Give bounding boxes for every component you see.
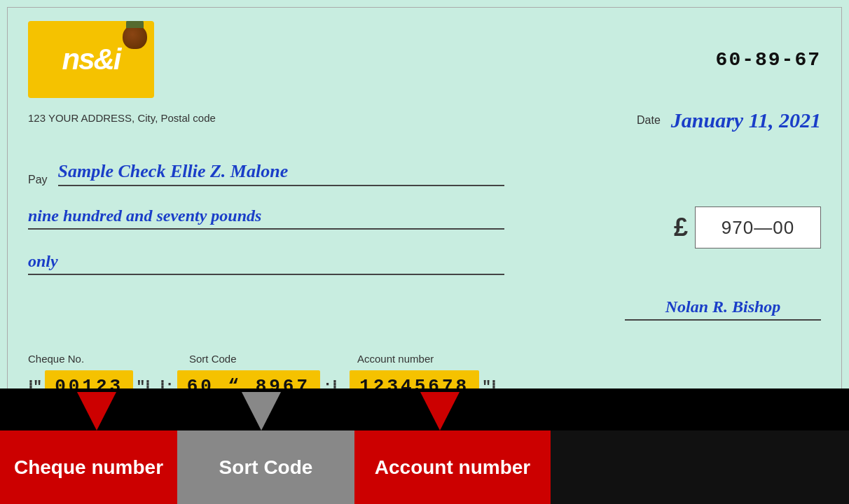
account-arrow (420, 392, 460, 430)
date-row: Date January 11, 2021 (637, 108, 821, 132)
payee-name: Sample Check Ellie Z. Malone (58, 161, 504, 186)
amount-area: £ 970—00 (674, 206, 821, 248)
cheque-label-text: Cheque number (14, 456, 163, 479)
micr-account-label: Account number (357, 353, 434, 365)
micr-labels: Cheque No. Sort Code Account number (28, 353, 821, 365)
logo-text: ns&i (62, 43, 120, 76)
cheque: ns&i 60-89-67 123 YOUR ADDRESS, City, Po… (0, 0, 849, 430)
acorn-icon (123, 24, 147, 49)
account-label-box: Account number (354, 430, 551, 504)
sort-code-header: 60-89-67 (716, 49, 821, 71)
page: ns&i 60-89-67 123 YOUR ADDRESS, City, Po… (0, 0, 849, 504)
cheque-arrow (77, 392, 116, 430)
cheque-label-box: Cheque number (0, 430, 177, 504)
pound-sign: £ (674, 213, 688, 242)
date-label: Date (637, 114, 661, 127)
pay-label: Pay (28, 174, 48, 186)
amount-words-line2: only (28, 252, 504, 275)
address: 123 YOUR ADDRESS, City, Postal code (28, 112, 216, 124)
bank-logo: ns&i (28, 21, 154, 98)
arrow-section (0, 388, 849, 430)
rest-area (551, 430, 849, 504)
account-label-text: Account number (375, 456, 530, 479)
micr-cheque-label: Cheque No. (28, 353, 182, 365)
micr-sort-label: Sort Code (189, 353, 350, 365)
pay-row: Pay Sample Check Ellie Z. Malone (28, 161, 504, 186)
bottom-labels: Cheque number Sort Code Account number (0, 430, 849, 504)
signature: Nolan R. Bishop (625, 298, 821, 321)
sort-label-text: Sort Code (219, 456, 313, 479)
sort-label-box: Sort Code (177, 430, 354, 504)
sort-arrow (242, 392, 281, 430)
date-value: January 11, 2021 (671, 108, 821, 132)
amount-words-line1: nine hundred and seventy pounds (28, 206, 504, 230)
amount-box: 970—00 (695, 206, 821, 248)
